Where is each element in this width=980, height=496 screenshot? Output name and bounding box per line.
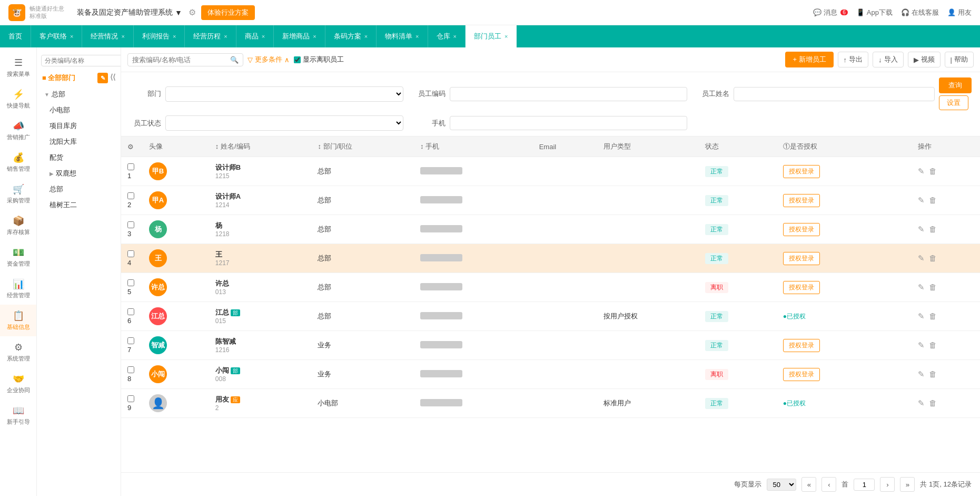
phone-input[interactable] bbox=[450, 116, 688, 130]
delete-icon[interactable]: 🗑 bbox=[929, 398, 937, 408]
edit-icon[interactable]: ✎ bbox=[918, 398, 925, 408]
nav-item-finance[interactable]: 💵 资金管理 bbox=[0, 241, 36, 273]
help-btn[interactable]: | 帮助 bbox=[945, 52, 974, 67]
col-phone[interactable]: ↕ 手机 bbox=[414, 137, 533, 157]
nav-tab-部门员工[interactable]: 部门员工× bbox=[466, 25, 517, 47]
nav-item-enterprise[interactable]: 🤝 企业协同 bbox=[0, 368, 36, 400]
dept-node-项目库房[interactable]: 项目库房 bbox=[37, 118, 121, 134]
view-btn[interactable]: ▶ 视频 bbox=[908, 52, 941, 67]
close-tab-icon[interactable]: × bbox=[453, 33, 457, 40]
user-menu-btn[interactable]: 👤 用友 bbox=[947, 8, 972, 17]
row-checkbox[interactable] bbox=[127, 308, 134, 315]
nav-item-sales[interactable]: 💰 销售管理 bbox=[0, 147, 36, 178]
nav-tab-条码方案[interactable]: 条码方案× bbox=[325, 25, 377, 47]
page-input[interactable] bbox=[854, 479, 875, 491]
nav-item-inventory[interactable]: 📦 库存核算 bbox=[0, 210, 36, 241]
delete-icon[interactable]: 🗑 bbox=[929, 254, 937, 263]
nav-item-system[interactable]: ⚙ 系统管理 bbox=[0, 336, 36, 368]
app-download-btn[interactable]: 📱 App下载 bbox=[856, 8, 893, 17]
row-checkbox[interactable] bbox=[127, 337, 134, 344]
nav-tab-经营历程[interactable]: 经营历程× bbox=[185, 25, 236, 47]
auth-btn[interactable]: 授权登录 bbox=[783, 223, 820, 236]
show-resigned-checkbox[interactable]: 显示离职员工 bbox=[294, 55, 344, 64]
edit-icon[interactable]: ✎ bbox=[918, 369, 925, 379]
col-name[interactable]: ↕ 姓名/编码 bbox=[209, 137, 312, 157]
edit-icon[interactable]: ✎ bbox=[918, 167, 925, 176]
auth-btn[interactable]: 授权登录 bbox=[783, 339, 820, 352]
dept-node-总部[interactable]: ▼总部 bbox=[37, 86, 121, 102]
nav-tab-客户联络[interactable]: 客户联络× bbox=[31, 25, 82, 47]
edit-icon[interactable]: ✎ bbox=[918, 225, 925, 234]
dept-node-总部[interactable]: 总部 bbox=[37, 181, 121, 197]
edit-icon[interactable]: ✎ bbox=[918, 196, 925, 205]
trial-btn[interactable]: 体验行业方案 bbox=[201, 5, 255, 20]
close-tab-icon[interactable]: × bbox=[121, 33, 124, 40]
close-tab-icon[interactable]: × bbox=[415, 33, 419, 40]
dept-node-双鹿想[interactable]: ▶双鹿想 bbox=[37, 166, 121, 181]
last-page-btn[interactable]: » bbox=[900, 477, 915, 492]
close-tab-icon[interactable]: × bbox=[262, 33, 265, 40]
gear-icon[interactable]: ⚙ bbox=[189, 7, 196, 17]
nav-item-search-menu[interactable]: ☰ 搜索菜单 bbox=[0, 52, 36, 83]
collapse-dept-icon[interactable]: ⟨⟨ bbox=[110, 73, 115, 83]
search-input[interactable] bbox=[132, 56, 227, 64]
close-tab-icon[interactable]: × bbox=[224, 33, 227, 40]
row-checkbox[interactable] bbox=[127, 163, 134, 170]
dept-node-小电部[interactable]: 小电部 bbox=[37, 102, 121, 118]
row-checkbox[interactable] bbox=[127, 192, 134, 199]
edit-dept-icon[interactable]: ✎ bbox=[97, 73, 108, 83]
nav-item-marketing[interactable]: 📣 营销推广 bbox=[0, 115, 36, 147]
dept-search-input[interactable] bbox=[41, 55, 121, 66]
edit-icon[interactable]: ✎ bbox=[918, 312, 925, 321]
nav-tab-商品[interactable]: 商品× bbox=[236, 25, 274, 47]
nav-tab-经营情况[interactable]: 经营情况× bbox=[82, 25, 133, 47]
edit-icon[interactable]: ✎ bbox=[918, 283, 925, 292]
first-page-btn[interactable]: « bbox=[801, 477, 816, 492]
edit-icon[interactable]: ✎ bbox=[918, 254, 925, 263]
delete-icon[interactable]: 🗑 bbox=[929, 369, 937, 379]
auth-btn[interactable]: 授权登录 bbox=[783, 252, 820, 265]
delete-icon[interactable]: 🗑 bbox=[929, 283, 937, 292]
auth-btn[interactable]: 授权登录 bbox=[783, 194, 820, 207]
edit-icon[interactable]: ✎ bbox=[918, 341, 925, 350]
emp-code-input[interactable] bbox=[450, 87, 688, 101]
row-checkbox[interactable] bbox=[127, 279, 134, 286]
col-settings[interactable]: ⚙ bbox=[121, 137, 143, 157]
delete-icon[interactable]: 🗑 bbox=[929, 225, 937, 234]
col-dept[interactable]: ↕ 部门/职位 bbox=[311, 137, 414, 157]
close-tab-icon[interactable]: × bbox=[504, 33, 508, 40]
row-checkbox[interactable] bbox=[127, 366, 134, 373]
auth-btn[interactable]: 授权登录 bbox=[783, 368, 820, 381]
search-btn[interactable]: 查询 bbox=[939, 77, 972, 93]
dept-node-植树王二[interactable]: 植树王二 bbox=[37, 197, 121, 213]
delete-icon[interactable]: 🗑 bbox=[929, 312, 937, 321]
nav-tab-新增商品[interactable]: 新增商品× bbox=[274, 25, 325, 47]
nav-item-quick-nav[interactable]: ⚡ 快捷导航 bbox=[0, 83, 36, 115]
set-btn[interactable]: 设置 bbox=[939, 95, 968, 110]
auth-btn[interactable]: 授权登录 bbox=[783, 281, 820, 294]
delete-icon[interactable]: 🗑 bbox=[929, 167, 937, 176]
per-page-select[interactable]: 50 100 bbox=[767, 479, 796, 491]
delete-icon[interactable]: 🗑 bbox=[929, 341, 937, 350]
message-btn[interactable]: 💬 消息 6 bbox=[813, 8, 848, 17]
nav-item-purchase[interactable]: 🛒 采购管理 bbox=[0, 178, 36, 210]
nav-tab-仓库[interactable]: 仓库× bbox=[428, 25, 466, 47]
nav-tab-物料清单[interactable]: 物料清单× bbox=[377, 25, 428, 47]
search-icon[interactable]: 🔍 bbox=[230, 56, 239, 64]
nav-item-operation[interactable]: 📊 经营管理 bbox=[0, 273, 36, 305]
dept-node-沈阳大库[interactable]: 沈阳大库 bbox=[37, 134, 121, 150]
add-employee-btn[interactable]: + 新增员工 bbox=[785, 52, 833, 67]
close-tab-icon[interactable]: × bbox=[313, 33, 316, 40]
nav-item-basic-info[interactable]: 📋 基础信息 bbox=[0, 305, 36, 336]
nav-tab-利润报告[interactable]: 利润报告× bbox=[134, 25, 185, 47]
dept-node-配货[interactable]: 配货 bbox=[37, 150, 121, 166]
emp-status-select[interactable] bbox=[165, 115, 403, 131]
auth-btn[interactable]: 授权登录 bbox=[783, 165, 820, 178]
nav-tab-首页[interactable]: 首页 bbox=[0, 25, 31, 47]
import-btn[interactable]: ↓ 导入 bbox=[873, 52, 904, 67]
row-checkbox[interactable] bbox=[127, 250, 134, 257]
more-filter-btn[interactable]: ▽ 更多条件 ∧ bbox=[248, 55, 290, 64]
dept-select[interactable] bbox=[165, 86, 403, 102]
close-tab-icon[interactable]: × bbox=[70, 33, 73, 40]
close-tab-icon[interactable]: × bbox=[364, 33, 368, 40]
